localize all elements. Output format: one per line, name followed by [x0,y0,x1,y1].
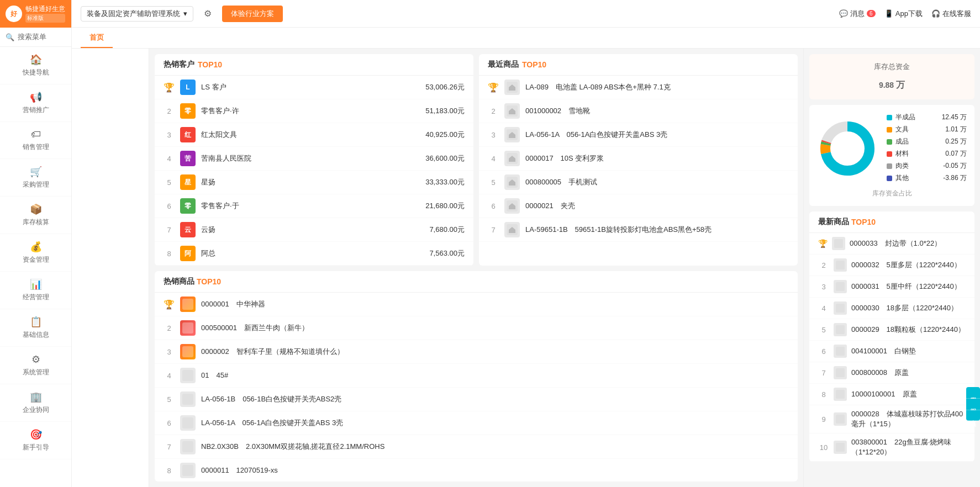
online-service-button[interactable]: 🎧 在线客服 [931,9,971,19]
finance-icon: 💰 [30,241,42,253]
page-tab-bar: 首页 [72,28,980,49]
legend-value: -0.05 万 [943,161,967,171]
legend-label: 文具 [895,125,942,134]
logo-icon: 好 [6,6,22,22]
new-product-item: 🏆 0000033 封边带（1.0*22） [809,233,974,255]
newbie-icon: 🎯 [30,428,42,441]
rank-number: 3 [818,283,829,291]
sidebar-item-basics[interactable]: 📋 基础信息 [0,309,71,347]
rank-number: 5 [818,326,829,334]
customer-amount: 51,183.00元 [425,106,465,116]
system-icon: ⚙ [31,353,40,366]
top10-customer-recent-row: 热销客户 TOP10 🏆 L LS 客户 53,006.26元 [155,54,798,266]
rank-number: 4 [164,155,175,163]
inventory-amount: 9.88万 [818,74,966,92]
messages-badge: 6 [867,10,876,17]
product-img [504,103,520,119]
system-selector[interactable]: 装备及固定资产辅助管理系统 ▾ [81,6,193,22]
search-menu-button[interactable]: 🔍 搜索菜单 [0,28,71,47]
customer-top10-header: 热销客户 TOP10 [155,54,473,76]
home-icon: 🏠 [30,54,42,66]
app-download-button[interactable]: 📱 App下载 [884,9,923,19]
customer-rank-item: 6 零 零售客户·于 21,680.00元 [155,194,473,218]
messages-button[interactable]: 💬 消息 6 [839,9,876,19]
main-content: 首页 热销客户 TOP10 🏆 L [72,28,980,487]
trophy-icon: 🏆 [818,239,828,248]
sidebar-item-system[interactable]: ⚙ 系统管理 [0,347,71,384]
rank-number: 8 [164,250,175,258]
rank-number: 9 [818,415,829,424]
gear-icon: ⚙ [204,8,212,19]
recent-product-item: 2 001000002 雪地靴 [479,99,798,123]
customer-top10-title: 热销客户 [164,60,194,70]
sidebar-item-label: 新手引导 [23,443,49,452]
sidebar-item-quick-nav[interactable]: 🏠 快捷导航 [0,47,71,84]
sidebar-item-inventory[interactable]: 📦 库存核算 [0,197,71,234]
new-products-panel: 最新商品 TOP10 🏆 0000033 封边带（1.0*22） 2 [809,211,974,462]
customer-amount: 36,600.00元 [425,153,465,163]
app-download-label: App下载 [895,9,923,19]
recent-products-badge: TOP10 [522,60,546,69]
legend-color [887,115,892,120]
rank-number: 7 [488,226,499,234]
donut-chart [817,118,878,181]
chart-legend: 半成品 12.45 万 文具 1.01 万 成品 0.25 万 [887,113,967,186]
legend-item: 肉类 -0.05 万 [887,161,967,171]
sidebar-item-newbie[interactable]: 🎯 新手引导 [0,422,71,459]
right-panel: 库存总资金 9.88万 [803,49,980,487]
sales-icon: 🏷 [31,129,41,140]
product-info: 000500001 新西兰牛肉（新牛） [201,323,789,333]
service-community-button[interactable]: 服务社区 [966,399,980,410]
new-product-item: 3 0000031 5厘中纤（1220*2440） [809,276,974,298]
sidebar-item-enterprise[interactable]: 🏢 企业协同 [0,384,71,422]
customer-amount: 7,563.00元 [429,248,465,258]
middle-panels: 热销客户 TOP10 🏆 L LS 客户 53,006.26元 [149,49,803,487]
phone-icon: 📱 [884,9,893,18]
inventory-chart-box: 半成品 12.45 万 文具 1.01 万 成品 0.25 万 [809,105,974,206]
product-info: LA-089 电池盖 LA-089 ABS本色+黑种 7.1克 [525,82,789,92]
enterprise-icon: 🏢 [30,391,42,403]
rank-number: 7 [164,226,175,234]
customer-hotline-button[interactable]: 客服热线 [966,387,980,399]
customer-list: 🏆 L LS 客户 53,006.26元 2 零 零售客户·许 51,183.0… [155,76,473,266]
svg-rect-13 [182,441,193,452]
product-img [834,412,847,426]
recent-products-title: 最近商品 [488,60,519,70]
sidebar-item-label: 销售管理 [23,142,49,152]
customer-avatar: L [180,80,196,95]
live-broadcast-button[interactable]: 直播 [966,410,980,421]
sidebar-item-operations[interactable]: 📊 经营管理 [0,272,71,309]
product-thumb [180,463,196,478]
messages-label: 消息 [850,9,865,19]
product-info: 0000002 智利车子里（规格不知道填什么） [201,347,789,357]
sidebar-item-sales[interactable]: 🏷 销售管理 [0,122,71,159]
customer-name: 星扬 [201,177,420,187]
product-thumb [180,344,196,359]
rank-number: 3 [164,348,175,356]
product-info: 0000017 10S 变利罗浆 [525,153,789,163]
left-panel [72,49,149,487]
product-info: 0000029 18颗粒板（1220*2440） [851,325,966,335]
product-thumb [180,297,196,312]
recent-product-item: 🏆 LA-089 电池盖 LA-089 ABS本色+黑种 7.1克 [479,76,798,99]
product-img [834,366,847,379]
rank-number: 6 [164,202,175,210]
page-content-area: 热销客户 TOP10 🏆 L LS 客户 53,006.26元 [72,49,980,487]
sidebar-item-finance[interactable]: 💰 资金管理 [0,234,71,272]
product-info: 0000030 18多层（1220*2440） [851,303,966,313]
new-products-badge: TOP10 [851,218,876,226]
experience-button[interactable]: 体验行业方案 [222,6,283,22]
product-img [834,323,847,336]
svg-rect-22 [834,239,843,248]
svg-point-21 [832,133,863,164]
settings-button[interactable]: ⚙ [200,6,215,22]
sidebar: 好 畅捷通好生意 标准版 🔍 搜索菜单 🏠 快捷导航 📢 营销推广 🏷 销售管理… [0,0,72,487]
sidebar-nav: 🏠 快捷导航 📢 营销推广 🏷 销售管理 🛒 采购管理 📦 库存核算 💰 资金管… [0,47,71,487]
sidebar-item-marketing[interactable]: 📢 营销推广 [0,84,71,122]
tab-home[interactable]: 首页 [81,28,113,48]
logo-area: 好 畅捷通好生意 标准版 [0,0,71,28]
product-info: LA-056-1A 056-1A白色按键开关盖ABS 3壳 [201,418,789,428]
new-product-item: 8 10000100001 原盖 [809,384,974,405]
sidebar-item-purchase[interactable]: 🛒 采购管理 [0,159,71,197]
sidebar-item-label: 快捷导航 [23,68,49,77]
